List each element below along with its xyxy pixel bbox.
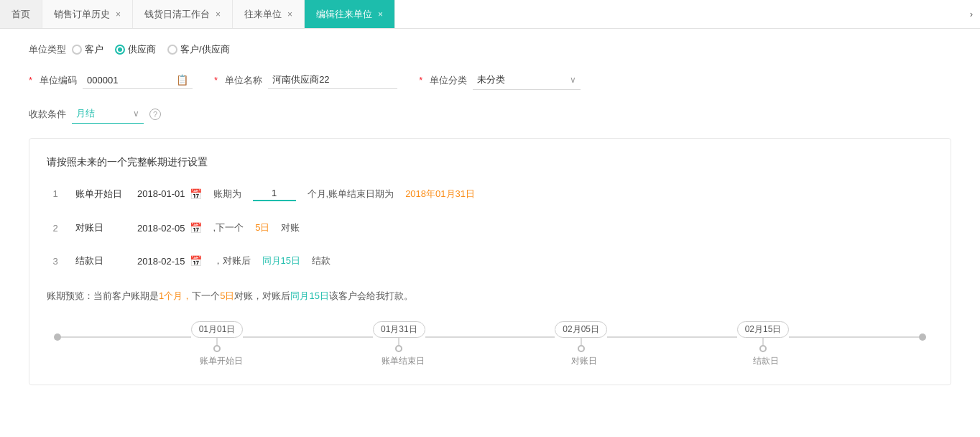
- radio-both[interactable]: 客户/供应商: [167, 43, 230, 56]
- step-1-date: 2018-01-01 📅: [137, 188, 202, 200]
- timeline-seg1: [61, 336, 191, 338]
- step-1-row: 1 账单开始日 2018-01-01 📅 账期为 个月,账单结束日期为 2018…: [47, 186, 933, 201]
- timeline-node-3-line: [581, 338, 582, 345]
- timeline-pills-row: 01月01日 01月31日 02月05日 02: [54, 321, 926, 352]
- unit-type-radio-group: 客户 供应商 客户/供应商: [72, 43, 230, 56]
- unit-category-label: 单位分类: [430, 74, 467, 87]
- preview-highlight1: 1个月，: [159, 290, 192, 301]
- preview-highlight2: 5日: [220, 290, 234, 301]
- unit-type-label: 单位类型: [29, 43, 66, 56]
- step-2-row: 2 对账日 2018-02-05 📅 ,下一个 5日 对账: [47, 221, 933, 234]
- timeline-seg2: [243, 336, 373, 338]
- step-3-number: 3: [47, 256, 64, 267]
- tab-edit-partner[interactable]: 编辑往来单位 ×: [305, 0, 395, 28]
- tab-sales-history[interactable]: 销售订单历史 ×: [42, 0, 133, 28]
- payment-condition-select[interactable]: 月结 ∨: [72, 104, 144, 124]
- step-2-date-value: 2018-02-05: [137, 223, 185, 234]
- radio-both-circle: [167, 45, 177, 55]
- tab-cash-work[interactable]: 钱货日清工作台 ×: [133, 0, 233, 28]
- tab-home-label: 首页: [11, 8, 30, 21]
- timeline-node-3: 02月05日: [555, 321, 607, 352]
- step-2-label: 对账日: [75, 221, 126, 234]
- step-1-period-pre: 账期为: [213, 188, 241, 201]
- step-3-cal-icon[interactable]: 📅: [190, 255, 202, 267]
- timeline-label-2-wrapper: 账单结束日: [382, 355, 425, 367]
- step-1-cal-icon[interactable]: 📅: [190, 188, 202, 200]
- tab-edit-partner-label: 编辑往来单位: [316, 8, 372, 21]
- radio-supplier[interactable]: 供应商: [115, 43, 156, 56]
- timeline-pill-2: 01月31日: [373, 321, 425, 338]
- unit-code-icon[interactable]: 📋: [176, 74, 188, 86]
- unit-code-item: * 单位编码 📋: [29, 71, 193, 89]
- code-name-category-row: * 单位编码 📋 * 单位名称 * 单位分类 未分类 ∨: [29, 70, 951, 90]
- timeline-seg5: [789, 336, 919, 338]
- timeline-start-dot: [54, 334, 61, 341]
- unit-name-required-mark: *: [214, 75, 218, 86]
- preview-highlight3: 同月15日: [290, 290, 328, 301]
- help-icon[interactable]: ?: [149, 109, 161, 120]
- timeline-pill-3: 02月05日: [555, 321, 607, 338]
- tab-cash-work-close[interactable]: ×: [216, 9, 221, 19]
- radio-customer-label: 客户: [85, 43, 103, 56]
- timeline-label-3: 对账日: [571, 355, 597, 367]
- step-2-desc-highlight: 5日: [255, 221, 269, 234]
- step-2-desc-post: 对账: [281, 221, 300, 234]
- step-2-date: 2018-02-05 📅: [137, 222, 202, 234]
- unit-category-value: 未分类: [477, 73, 564, 86]
- step-3-label: 结款日: [75, 254, 126, 267]
- unit-code-input[interactable]: [87, 75, 173, 86]
- step-1-date-value: 2018-01-01: [137, 188, 185, 199]
- step-2-number: 2: [47, 223, 64, 234]
- timeline-node-2-dot: [395, 345, 402, 352]
- unit-type-item: 单位类型 客户 供应商 客户/供应商: [29, 43, 230, 56]
- radio-supplier-label: 供应商: [128, 43, 156, 56]
- unit-code-label: 单位编码: [40, 74, 77, 87]
- period-input[interactable]: [253, 186, 296, 201]
- tab-sales-history-label: 销售订单历史: [54, 8, 110, 21]
- radio-customer[interactable]: 客户: [72, 43, 103, 56]
- payment-condition-value: 月结: [76, 107, 127, 120]
- settings-panel: 请按照未来的一个完整帐期进行设置 1 账单开始日 2018-01-01 📅 账期…: [29, 138, 951, 385]
- tab-bar: 首页 销售订单历史 × 钱货日清工作台 × 往来单位 × 编辑往来单位 × ›: [0, 0, 980, 29]
- unit-category-arrow: ∨: [570, 75, 576, 85]
- preview-mid2: 对账，对账后: [234, 290, 290, 301]
- radio-both-label: 客户/供应商: [180, 43, 230, 56]
- unit-category-select[interactable]: 未分类 ∨: [473, 70, 581, 90]
- tab-sales-history-close[interactable]: ×: [116, 9, 121, 19]
- timeline-node-2-line: [398, 338, 399, 345]
- timeline-node-4-line: [762, 338, 764, 345]
- tab-partner-unit-close[interactable]: ×: [287, 9, 292, 19]
- timeline-labels-row: 账单开始日 账单结束日 对账日 结款日: [54, 355, 926, 367]
- timeline-section: 01月01日 01月31日 02月05日 02: [47, 321, 933, 367]
- tab-cash-work-label: 钱货日清工作台: [144, 8, 210, 21]
- timeline-label-4-wrapper: 结款日: [744, 355, 787, 367]
- unit-category-item: * 单位分类 未分类 ∨: [419, 70, 581, 90]
- payment-condition-row: 收款条件 月结 ∨ ?: [29, 104, 951, 124]
- preview-text: 账期预览：当前客户账期是1个月，下一个5日对账，对账后同月15日该客户会给我打款…: [47, 288, 933, 304]
- preview-end: 该客户会给我打款。: [329, 290, 413, 301]
- payment-condition-arrow: ∨: [133, 109, 139, 119]
- step-3-date-value: 2018-02-15: [137, 256, 185, 267]
- preview-pre: 账期预览：当前客户账期是: [47, 290, 159, 301]
- timeline-label-2: 账单结束日: [382, 355, 425, 367]
- step-1-label: 账单开始日: [75, 188, 126, 201]
- radio-customer-circle: [72, 45, 82, 55]
- step-3-row: 3 结款日 2018-02-15 📅 ，对账后 同月15日 结款: [47, 254, 933, 267]
- unit-code-required-mark: *: [29, 75, 32, 86]
- unit-name-item: * 单位名称: [214, 72, 397, 89]
- tab-edit-partner-close[interactable]: ×: [378, 9, 383, 19]
- step-1-number: 1: [47, 188, 64, 199]
- timeline-node-1-line: [216, 338, 218, 345]
- timeline-node-4: 02月15日: [737, 321, 790, 352]
- radio-supplier-circle: [115, 45, 125, 55]
- main-content: 单位类型 客户 供应商 客户/供应商 * 单位编码: [0, 29, 980, 437]
- timeline-seg3: [425, 336, 555, 338]
- tab-more-button[interactable]: ›: [963, 0, 980, 28]
- unit-name-input[interactable]: [268, 72, 397, 89]
- timeline-node-2: 01月31日: [373, 321, 425, 352]
- tab-partner-unit[interactable]: 往来单位 ×: [233, 0, 305, 28]
- step-2-cal-icon[interactable]: 📅: [190, 222, 202, 234]
- timeline-end-dot: [919, 334, 926, 341]
- step-3-date: 2018-02-15 📅: [137, 255, 202, 267]
- tab-home[interactable]: 首页: [0, 0, 42, 28]
